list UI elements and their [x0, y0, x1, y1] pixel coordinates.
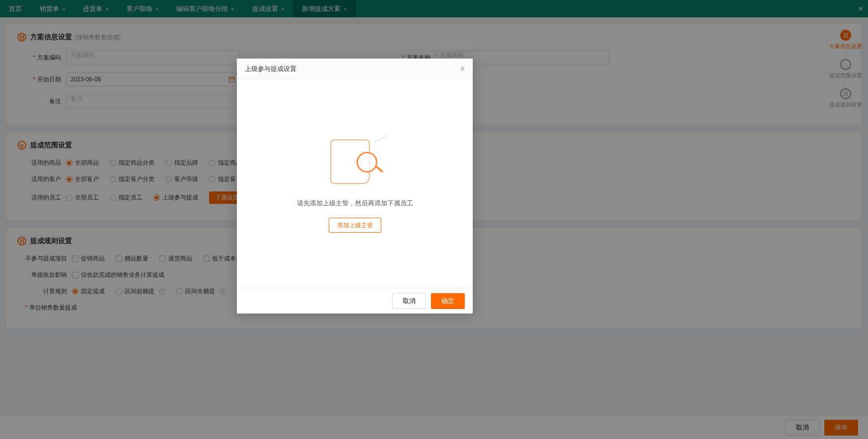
close-icon[interactable]: ×: [460, 64, 465, 73]
modal-ok-button[interactable]: 确定: [431, 293, 465, 309]
modal-cancel-button[interactable]: 取消: [392, 293, 426, 309]
modal-title: 上级参与提成设置: [245, 64, 296, 73]
add-superior-button[interactable]: 添加上级主管: [329, 218, 381, 233]
superior-commission-modal: 上级参与提成设置 × 请先添加上级主管，然后再添加下属员工 添加上级主管 取消 …: [237, 59, 473, 314]
empty-illustration: [325, 134, 385, 189]
modal-message: 请先添加上级主管，然后再添加下属员工: [297, 199, 413, 208]
